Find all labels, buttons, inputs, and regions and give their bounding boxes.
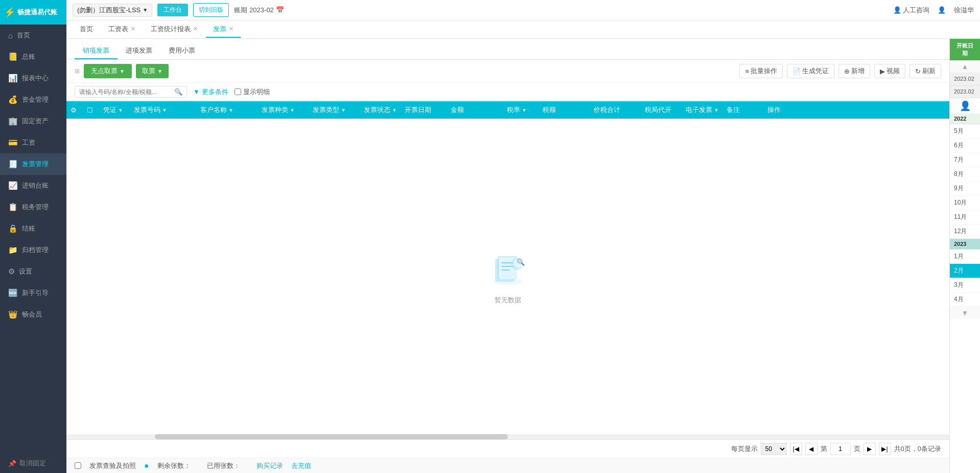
invoice-verify-checkbox[interactable] xyxy=(75,462,81,469)
workbench-button[interactable]: 工作台 xyxy=(157,4,188,16)
new-button[interactable]: ⊕ 新增 xyxy=(838,64,870,78)
tab-home[interactable]: 首页 xyxy=(73,21,100,38)
user-avatar: 👤 xyxy=(938,6,946,14)
statusbar: 发票查验及拍照 ● 剩余张数： 已用张数： 购买记录 去充值 xyxy=(66,458,949,473)
batch-ops-button[interactable]: ≡ 批量操作 xyxy=(739,64,783,78)
close-period-icon: 🔒 xyxy=(8,224,18,233)
page-input[interactable] xyxy=(830,443,851,455)
date-month-2023-1[interactable]: 1月 xyxy=(950,250,980,264)
date-month-2023-3[interactable]: 3月 xyxy=(950,278,980,292)
purchase-link[interactable]: 购买记录 xyxy=(256,461,283,470)
date-month-5[interactable]: 5月 xyxy=(950,124,980,139)
invoice-icon: 🧾 xyxy=(8,160,18,169)
video-button[interactable]: ▶ 视频 xyxy=(874,64,905,78)
date-month-2023-4[interactable]: 4月 xyxy=(950,292,980,307)
search-input[interactable] xyxy=(79,88,172,96)
th-invoicekind-sort[interactable]: ▼ xyxy=(341,107,346,113)
tab-payroll-stat[interactable]: 工资统计报表 ✕ xyxy=(144,21,205,38)
sidebar-item-close[interactable]: 🔒 结账 xyxy=(0,218,66,239)
date-month-7[interactable]: 7月 xyxy=(950,153,980,167)
no-ticket-button[interactable]: 无点取票 ▼ xyxy=(84,64,132,78)
support-btn[interactable]: 👤 人工咨询 xyxy=(893,6,929,15)
sidebar-item-assets[interactable]: 🏢 固定资产 xyxy=(0,110,66,132)
tab-invoice[interactable]: 发票 ✕ xyxy=(206,21,241,38)
date-year-2023-top2: 2023.02 xyxy=(950,85,980,98)
sidebar-item-label: 报表中心 xyxy=(22,74,49,83)
date-scroll-down-btn[interactable]: ▼ xyxy=(950,307,980,319)
per-page-label: 每页显示 xyxy=(731,444,758,454)
sidebar-item-ledger[interactable]: 📒 总账 xyxy=(0,46,66,67)
recharge-link[interactable]: 去充值 xyxy=(291,461,311,470)
tab-payroll-stat-close[interactable]: ✕ xyxy=(193,26,198,32)
settings-icon: ⚙ xyxy=(8,267,15,276)
th-customer-sort[interactable]: ▼ xyxy=(228,107,234,113)
home-icon: ⌂ xyxy=(8,31,13,40)
show-detail-toggle[interactable]: 显示明细 xyxy=(235,87,270,97)
sidebar-item-archive[interactable]: 📁 归档管理 xyxy=(0,239,66,261)
date-scroll-up-btn[interactable]: ▲ xyxy=(950,60,980,73)
per-page-select[interactable]: 50 100 200 xyxy=(761,443,787,455)
th-taxrate-sort[interactable]: ▼ xyxy=(522,107,527,113)
th-invoicestatus-sort[interactable]: ▼ xyxy=(392,107,397,113)
date-month-9[interactable]: 9月 xyxy=(950,182,980,196)
th-settings[interactable]: ⚙ xyxy=(66,106,83,114)
refresh-button[interactable]: ↻ 刷新 xyxy=(909,64,941,78)
scrollbar-thumb[interactable] xyxy=(155,434,508,439)
tab-invoice-close[interactable]: ✕ xyxy=(229,26,234,32)
sidebar-item-tax[interactable]: 📋 税务管理 xyxy=(0,196,66,218)
th-tax: 税额 xyxy=(539,105,590,115)
support-label: 人工咨询 xyxy=(903,6,929,15)
calendar-icon: 📅 xyxy=(276,6,284,14)
date-month-8[interactable]: 8月 xyxy=(950,167,980,182)
more-conditions-btn[interactable]: ▼ 更多条件 xyxy=(193,87,228,97)
last-page-btn[interactable]: ▶| xyxy=(879,443,891,455)
gen-voucher-icon: 📄 xyxy=(792,67,801,75)
sidebar-item-invoice[interactable]: 🧾 发票管理 xyxy=(0,153,66,175)
subtab-expense[interactable]: 费用小票 xyxy=(160,43,203,59)
sidebar-item-guide[interactable]: 🆕 新手引导 xyxy=(0,282,66,304)
remaining-label: 剩余张数： xyxy=(157,461,191,470)
guide-icon: 🆕 xyxy=(8,288,18,298)
next-page-btn[interactable]: ▶ xyxy=(864,443,876,455)
tab-payroll[interactable]: 工资表 ✕ xyxy=(101,21,143,38)
new-icon: ⊕ xyxy=(844,67,850,75)
subtab-sales-invoice[interactable]: 销项发票 xyxy=(75,43,118,59)
sidebar-item-settings[interactable]: ⚙ 设置 xyxy=(0,261,66,282)
ticket-button[interactable]: 取票 ▼ xyxy=(136,64,169,78)
sidebar-item-home[interactable]: ⌂ 首页 xyxy=(0,25,66,46)
th-amount: 金额 xyxy=(447,105,503,115)
th-voucher-sort[interactable]: ▼ xyxy=(118,107,123,113)
subtab-purchase-invoice[interactable]: 进项发票 xyxy=(118,43,160,59)
sidebar-item-label: 固定资产 xyxy=(22,117,49,126)
pagination: 每页显示 50 100 200 |◀ ◀ 第 页 ▶ ▶| 共0页，0条记录 xyxy=(731,443,941,455)
sidebar-item-funds[interactable]: 💰 资金管理 xyxy=(0,89,66,110)
sidebar-item-sales[interactable]: 📈 进销台账 xyxy=(0,175,66,196)
horizontal-scrollbar[interactable] xyxy=(66,434,949,439)
open-period-button[interactable]: 开账日期 xyxy=(950,39,980,60)
show-detail-checkbox[interactable] xyxy=(235,88,241,95)
empty-icon: 🔍 xyxy=(487,249,528,289)
sidebar-item-member[interactable]: 👑 畅会员 xyxy=(0,304,66,325)
tab-payroll-close[interactable]: ✕ xyxy=(131,26,135,32)
th-check[interactable]: ☐ xyxy=(83,106,99,114)
company-selector[interactable]: (勿删）江西股宝-LSS ▼ xyxy=(73,4,152,17)
sidebar-pin[interactable]: 📌 取消固定 xyxy=(0,454,66,473)
sidebar-item-reports[interactable]: 📊 报表中心 xyxy=(0,67,66,89)
th-date: 开票日期 xyxy=(401,105,447,115)
prev-page-btn[interactable]: ◀ xyxy=(805,443,818,455)
period-label: 账期 xyxy=(234,6,247,15)
date-month-2023-2[interactable]: 2月 xyxy=(950,264,980,278)
sidebar-item-payroll[interactable]: 💳 工资 xyxy=(0,132,66,153)
date-month-6[interactable]: 6月 xyxy=(950,139,980,153)
video-icon: ▶ xyxy=(880,67,885,75)
switch-version-button[interactable]: 切到旧版 xyxy=(193,3,229,17)
gen-voucher-button[interactable]: 📄 生成凭证 xyxy=(787,64,834,78)
th-invoicetype-sort[interactable]: ▼ xyxy=(290,107,295,113)
first-page-btn[interactable]: |◀ xyxy=(790,443,802,455)
th-invoiceno-sort[interactable]: ▼ xyxy=(162,107,167,113)
th-einvoice: 电子发票 ▼ xyxy=(682,105,722,115)
date-month-12[interactable]: 12月 xyxy=(950,224,980,239)
th-einvoice-sort[interactable]: ▼ xyxy=(714,107,719,113)
date-month-11[interactable]: 11月 xyxy=(950,210,980,224)
date-month-10[interactable]: 10月 xyxy=(950,196,980,210)
